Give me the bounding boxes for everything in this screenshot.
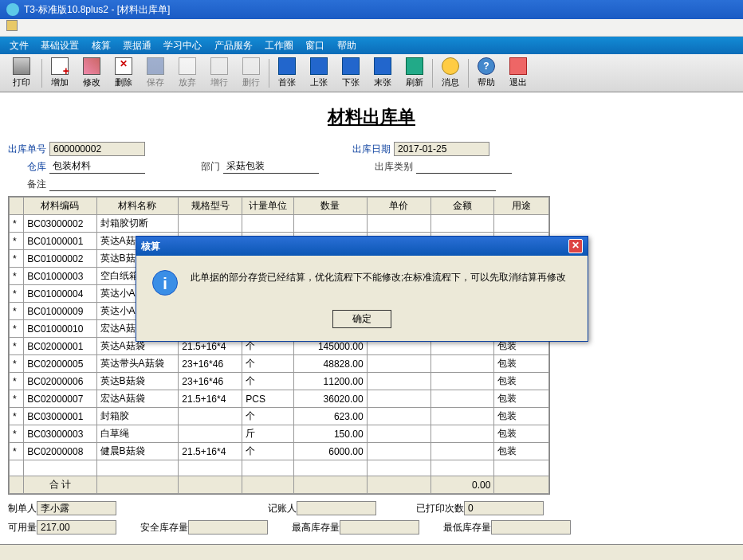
outtype-label: 出库类别 [375,160,413,174]
print-icon [13,57,30,75]
menu-product[interactable]: 产品服务 [214,40,253,51]
grid-header[interactable]: 单价 [367,198,430,215]
app-logo-icon [6,3,19,16]
add-icon [51,57,69,75]
help-icon: ? [478,57,495,75]
menu-window[interactable]: 窗口 [305,40,324,51]
poster-field[interactable] [297,501,376,515]
safestock-field [188,520,268,535]
save-icon [147,57,164,75]
warehouse-field[interactable] [49,159,145,174]
mdi-subbar [0,19,743,37]
minstock-field [491,520,571,535]
menu-account[interactable]: 核算 [92,40,111,51]
avail-field [37,520,116,535]
table-row[interactable] [10,460,549,476]
remark-label: 备注 [27,178,46,191]
toolbar-separator [269,59,269,88]
grid-header[interactable]: 用途 [494,198,549,215]
table-row[interactable]: *BC03000002封箱胶切断 [10,215,549,233]
edit-button[interactable]: 修改 [76,56,108,91]
delrow-icon [242,57,260,75]
grid-header[interactable] [10,198,24,215]
print-button[interactable]: 打印 [3,56,40,91]
menu-bill[interactable]: 票据通 [123,40,151,51]
refresh-icon [406,57,423,75]
poster-label: 记账人 [268,502,297,515]
avail-label: 可用量 [8,521,37,535]
close-icon[interactable]: ✕ [568,239,583,253]
last-icon [374,57,391,75]
table-row[interactable]: *BC03000001封箱胶个623.00包装 [10,408,549,425]
addrow-icon [210,57,228,75]
delrow-button: 删行 [235,56,267,91]
window-titlebar: T3-标准版10.8plus2 - [材料出库单] [0,0,743,19]
prev-icon [310,57,328,75]
grid-header[interactable]: 材料编码 [24,198,96,215]
date-label: 出库日期 [352,143,391,156]
delete-icon [115,57,132,75]
dept-field[interactable] [223,159,319,174]
dialog-title: 核算 [141,237,160,256]
safestock-label: 安全库存量 [140,521,188,535]
menu-help[interactable]: 帮助 [337,40,356,51]
warehouse-label: 仓库 [27,160,46,174]
table-row[interactable]: *BC03000003白草绳斤150.00包装 [10,425,549,443]
discard-button: 放弃 [171,56,203,91]
dialog-titlebar: 核算 ✕ [136,237,588,256]
menubar: 文件 基础设置 核算 票据通 学习中心 产品服务 工作圈 窗口 帮助 [0,37,743,54]
maker-label: 制单人 [8,502,37,515]
window-title: T3-标准版10.8plus2 - [材料出库单] [24,0,170,19]
first-icon [278,57,296,75]
menu-basic[interactable]: 基础设置 [41,40,79,51]
statusbar [0,544,743,560]
printcnt-field [464,501,544,515]
menu-file[interactable]: 文件 [10,40,29,51]
table-row[interactable]: *BC02000006英达B菇袋23+16*46个11200.00包装 [10,373,549,390]
sum-row: 合 计 0.00 [10,476,549,494]
first-button[interactable]: 首张 [271,56,303,91]
restore-window-icon[interactable] [6,20,18,31]
toolbar-separator [432,59,433,88]
outtype-field[interactable] [416,159,512,174]
refresh-button[interactable]: 刷新 [399,56,430,91]
next-button[interactable]: 下张 [335,56,367,91]
prev-button[interactable]: 上张 [303,56,335,91]
menu-workspace[interactable]: 工作圈 [265,40,293,51]
remark-field[interactable] [49,177,496,191]
table-row[interactable]: *BC02000008健晨B菇袋21.5+16*4个6000.00包装 [10,443,549,460]
printcnt-label: 已打印次数 [416,502,464,515]
ok-button[interactable]: 确定 [332,310,391,328]
date-field[interactable] [394,142,489,156]
last-button[interactable]: 末张 [367,56,399,91]
message-button[interactable]: 消息 [434,56,466,91]
maker-field[interactable] [37,501,116,515]
grid-header[interactable]: 计量单位 [242,198,294,215]
dialog-message: 此单据的部分存货已经结算，优化流程下不能修改;在标准流程下，可以先取消结算再修改 [191,270,572,284]
discard-icon [179,57,196,75]
exit-button[interactable]: 退出 [502,56,534,91]
delete-button[interactable]: 删除 [108,56,140,91]
toolbar: 打印 增加 修改 删除 保存 放弃 增行 删行 首张 上张 下张 末张 刷新 消… [0,54,743,92]
add-button[interactable]: 增加 [44,56,76,91]
menu-learn[interactable]: 学习中心 [163,40,202,51]
grid-header[interactable]: 材料名称 [96,198,179,215]
toolbar-separator [41,59,42,88]
orderno-field[interactable] [49,142,145,156]
info-icon: i [152,270,178,296]
table-row[interactable]: *BC02000005英达带头A菇袋23+16*46个48828.00包装 [10,355,549,373]
save-button: 保存 [140,56,171,91]
message-icon [442,57,459,75]
table-row[interactable]: *BC02000007宏达A菇袋21.5+16*4PCS36020.00包装 [10,390,549,408]
edit-icon [83,57,100,75]
footer-bar: 制单人 记账人 已打印次数 可用量 安全库存量 最高库存量 最低库存量 [0,496,743,544]
grid-header[interactable]: 金额 [430,198,494,215]
next-icon [342,57,360,75]
grid-header[interactable]: 规格型号 [179,198,242,215]
help-button[interactable]: ?帮助 [470,56,502,91]
dept-label: 部门 [201,160,220,174]
exit-icon [509,57,527,75]
addrow-button: 增行 [203,56,235,91]
alert-dialog: 核算 ✕ i 此单据的部分存货已经结算，优化流程下不能修改;在标准流程下，可以先… [136,236,588,342]
grid-header[interactable]: 数量 [294,198,367,215]
